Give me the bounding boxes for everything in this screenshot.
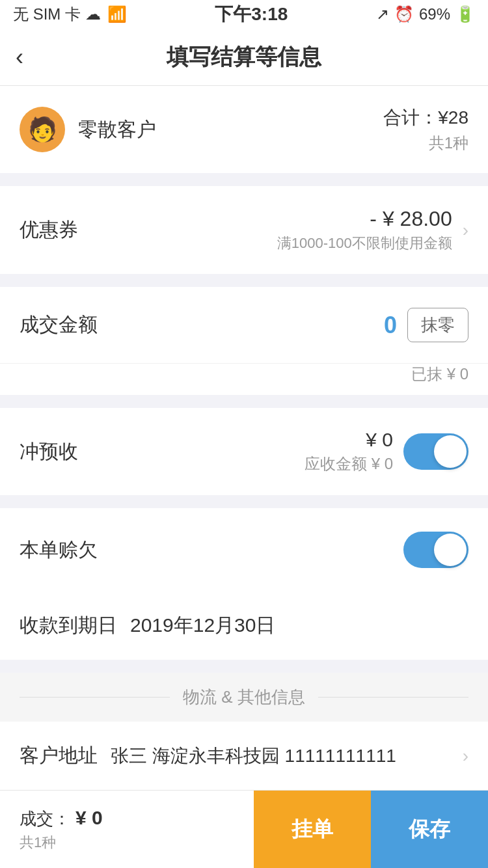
alarm-icon: ⏰ — [394, 5, 414, 23]
save-button[interactable]: 保存 — [371, 791, 488, 869]
battery-icon: 🔋 — [455, 5, 475, 23]
prepay-section: 冲预收 ¥ 0 应收金额 ¥ 0 — [0, 408, 488, 495]
wifi-icon: 📶 — [107, 5, 127, 23]
coupon-row[interactable]: 优惠券 - ¥ 28.00 满1000-100不限制使用金额 › — [0, 186, 488, 274]
save-button-label: 保存 — [409, 815, 450, 844]
address-row[interactable]: 客户地址 张三 海淀永丰科技园 11111111111 › — [0, 722, 488, 790]
coupon-value-area: - ¥ 28.00 满1000-100不限制使用金额 — [277, 207, 452, 253]
address-section[interactable]: 客户地址 张三 海淀永丰科技园 11111111111 › — [0, 722, 488, 790]
transaction-value[interactable]: 0 — [358, 312, 397, 339]
coupon-label: 优惠券 — [20, 217, 78, 243]
status-right: ↗ ⏰ 69% 🔋 — [376, 5, 475, 23]
nav-bar: ‹ 填写结算等信息 — [0, 29, 488, 86]
no-sim-text: 无 SIM 卡 ☁ — [13, 4, 101, 25]
already-rounded-text: 已抹 ¥ 0 — [0, 364, 488, 395]
due-date-row: 收款到期日 2019年12月30日 — [0, 591, 488, 660]
transaction-right: 0 抹零 — [358, 308, 468, 342]
bottom-transaction-amount: ¥ 0 — [75, 807, 103, 829]
back-button[interactable]: ‹ — [16, 44, 23, 71]
divider-text: 物流 & 其他信息 — [183, 686, 305, 709]
prepay-amount: ¥ 0 — [305, 429, 393, 451]
round-zero-button[interactable]: 抹零 — [407, 308, 468, 342]
due-date-value: 2019年12月30日 — [130, 612, 275, 639]
status-bar: 无 SIM 卡 ☁ 📶 下午3:18 ↗ ⏰ 69% 🔋 — [0, 0, 488, 29]
location-icon: ↗ — [376, 5, 389, 23]
debt-section: 本单赊欠 — [0, 508, 488, 591]
total-amount: 合计：¥28 — [383, 105, 468, 130]
logistics-divider: 物流 & 其他信息 — [0, 673, 488, 722]
bottom-bar: 成交： ¥ 0 共1种 挂单 保存 — [0, 790, 488, 868]
debt-toggle[interactable] — [403, 532, 468, 568]
debt-label: 本单赊欠 — [20, 537, 98, 563]
prepay-value-area: ¥ 0 应收金额 ¥ 0 — [305, 429, 393, 474]
coupon-right: - ¥ 28.00 满1000-100不限制使用金额 › — [277, 207, 468, 253]
prepay-row: 冲预收 ¥ 0 应收金额 ¥ 0 — [0, 408, 488, 495]
customer-name: 零散客户 — [78, 116, 156, 143]
transaction-label: 成交金额 — [20, 312, 98, 338]
avatar: 🧑 — [20, 107, 65, 152]
prepay-toggle[interactable] — [403, 433, 468, 470]
toggle-knob — [434, 435, 467, 468]
divider-line-left — [20, 697, 170, 698]
status-left: 无 SIM 卡 ☁ 📶 — [13, 4, 127, 25]
hang-button-label: 挂单 — [291, 815, 333, 844]
battery-text: 69% — [419, 5, 450, 23]
address-chevron-icon: › — [463, 746, 468, 766]
chevron-right-icon: › — [463, 220, 468, 241]
customer-section: 🧑 零散客户 合计：¥28 共1种 — [0, 86, 488, 173]
toggle-knob-debt — [434, 534, 467, 566]
bottom-count: 共1种 — [20, 833, 234, 852]
page-title: 填写结算等信息 — [167, 42, 321, 72]
coupon-section[interactable]: 优惠券 - ¥ 28.00 满1000-100不限制使用金额 › — [0, 186, 488, 274]
address-value: 张三 海淀永丰科技园 11111111111 — [111, 744, 463, 768]
prepay-desc: 应收金额 ¥ 0 — [305, 454, 393, 474]
coupon-desc: 满1000-100不限制使用金额 — [277, 234, 452, 253]
address-label: 客户地址 — [20, 742, 98, 769]
transaction-section: 成交金额 0 抹零 已抹 ¥ 0 — [0, 287, 488, 395]
bottom-info: 成交： ¥ 0 共1种 — [0, 807, 254, 852]
prepay-right: ¥ 0 应收金额 ¥ 0 — [305, 429, 468, 474]
debt-row: 本单赊欠 — [0, 508, 488, 591]
hang-button[interactable]: 挂单 — [254, 791, 371, 869]
coupon-value: - ¥ 28.00 — [277, 207, 452, 231]
total-count: 共1种 — [383, 133, 468, 154]
transaction-row: 成交金额 0 抹零 — [0, 287, 488, 364]
divider-line-right — [318, 697, 468, 698]
customer-info-left: 🧑 零散客户 — [20, 107, 156, 152]
due-date-label: 收款到期日 — [20, 612, 117, 639]
avatar-icon: 🧑 — [28, 116, 57, 143]
bottom-transaction-label: 成交： — [20, 807, 70, 830]
status-time: 下午3:18 — [215, 2, 288, 27]
prepay-label: 冲预收 — [20, 439, 78, 465]
due-date-section: 收款到期日 2019年12月30日 — [0, 591, 488, 660]
customer-info-right: 合计：¥28 共1种 — [383, 105, 468, 154]
